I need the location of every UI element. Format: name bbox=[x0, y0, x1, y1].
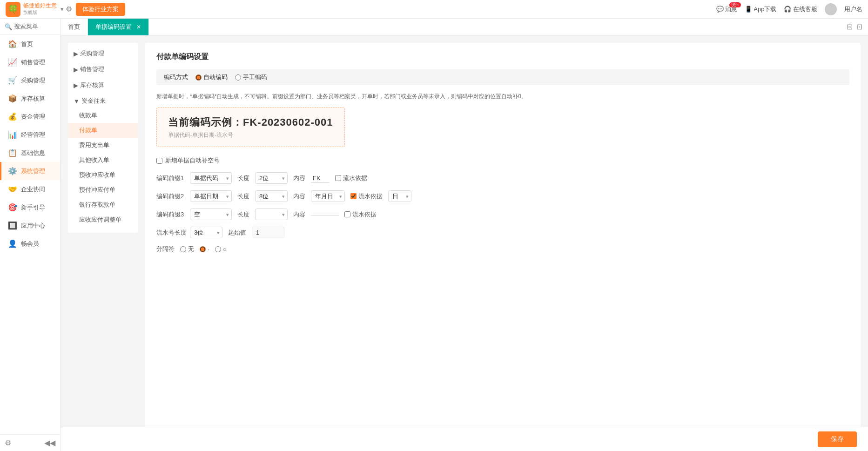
prefix3-content-label: 内容 bbox=[293, 210, 305, 219]
tab-code-setting[interactable]: 单据编码设置 ✕ bbox=[88, 19, 149, 35]
sep-dot-label[interactable]: · bbox=[200, 246, 209, 253]
prefix2-serial-unit-select[interactable]: 日 bbox=[388, 190, 411, 202]
sep-circle-label[interactable]: ○ bbox=[215, 246, 227, 253]
prefix1-serial-checkbox[interactable] bbox=[335, 175, 341, 181]
separator-label: 分隔符 bbox=[156, 245, 175, 253]
tabs-maximize-icon[interactable]: ⊡ bbox=[856, 22, 862, 31]
sub-menu-item-adjustment[interactable]: 应收应付调整单 bbox=[68, 212, 138, 227]
prefix1-select[interactable]: 单据代码 bbox=[190, 172, 232, 184]
serial-length-select[interactable]: 3位 bbox=[190, 227, 222, 238]
settings-icon[interactable]: ⚙ bbox=[66, 5, 72, 13]
prefix2-select[interactable]: 单据日期 bbox=[190, 190, 232, 202]
sidebar-item-purchase[interactable]: 🛒 采购管理 bbox=[0, 71, 60, 89]
logo: 🍀 畅捷通好生意 旗舰版 bbox=[6, 2, 57, 17]
prefix2-length-label: 长度 bbox=[237, 192, 249, 201]
prefix1-serial-label: 流水依据 bbox=[343, 174, 367, 182]
sidebar: 🔍 搜索菜单 🏠 首页 📈 销售管理 🛒 采购管理 📦 库存核算 💰 资金管理 … bbox=[0, 19, 61, 451]
sidebar-item-home[interactable]: 🏠 首页 bbox=[0, 35, 60, 53]
prefix1-length-select-wrap: 2位 bbox=[255, 172, 288, 184]
prefix2-serial-checkbox[interactable] bbox=[350, 193, 357, 199]
tab-close-icon[interactable]: ✕ bbox=[136, 24, 141, 30]
sidebar-item-finance[interactable]: 💰 资金管理 bbox=[0, 108, 60, 126]
manual-code-radio-label[interactable]: 手工编码 bbox=[235, 73, 267, 81]
prefix2-length-select[interactable]: 8位 bbox=[255, 190, 288, 202]
main-panel: 付款单编码设置 编码方式 自动编码 手工编码 新增单据时，*单据编码*自动生成，… bbox=[145, 43, 861, 444]
auto-fill-checkbox[interactable] bbox=[156, 158, 162, 164]
sub-menu-item-payment[interactable]: 付款单 bbox=[68, 123, 138, 138]
avatar[interactable] bbox=[825, 3, 837, 15]
sub-menu-item-pre-payment[interactable]: 预付冲应付单 bbox=[68, 182, 138, 197]
member-icon: 👤 bbox=[8, 239, 17, 248]
arrow-right-icon: ▶ bbox=[74, 66, 78, 73]
message-icon[interactable]: 💬 消息 99+ bbox=[716, 5, 738, 13]
start-value-label: 起始值 bbox=[228, 229, 246, 237]
finance-icon: 💰 bbox=[8, 112, 17, 121]
sidebar-item-basic[interactable]: 📋 基础信息 bbox=[0, 144, 60, 162]
auto-code-radio[interactable] bbox=[195, 74, 202, 81]
sub-menu-item-receipt[interactable]: 收款单 bbox=[68, 108, 138, 123]
sidebar-bottom: ⚙ ◀◀ bbox=[0, 434, 60, 451]
save-button[interactable]: 保存 bbox=[818, 431, 857, 447]
sub-menu-item-expense[interactable]: 费用支出单 bbox=[68, 138, 138, 153]
start-value-input[interactable] bbox=[252, 227, 284, 238]
search-menu-button[interactable]: 🔍 搜索菜单 bbox=[0, 19, 60, 35]
sub-menu-item-bank[interactable]: 银行存取款单 bbox=[68, 197, 138, 212]
sidebar-item-enterprise[interactable]: 🤝 企业协同 bbox=[0, 180, 60, 198]
sub-menu-title-purchase[interactable]: ▶ 采购管理 bbox=[68, 47, 138, 61]
sub-menu-item-other-income[interactable]: 其他收入单 bbox=[68, 153, 138, 168]
prefix2-content-select[interactable]: 年月日 bbox=[311, 190, 345, 202]
prefix1-serial-check: 流水依据 bbox=[335, 174, 367, 182]
sub-menu-title-sales[interactable]: ▶ 销售管理 bbox=[68, 62, 138, 76]
prefix1-content-value: FK bbox=[311, 174, 330, 183]
prefix1-length-select[interactable]: 2位 bbox=[255, 172, 288, 184]
prefix-row-1: 编码前缀1 单据代码 长度 2位 内容 FK 流水依据 bbox=[156, 172, 849, 184]
prefix2-select-wrap: 单据日期 bbox=[190, 190, 232, 202]
prefix3-select[interactable]: 空 bbox=[190, 209, 232, 220]
prefix2-content-label: 内容 bbox=[293, 192, 305, 201]
app-download-link[interactable]: 📱 App下载 bbox=[745, 5, 776, 13]
auto-code-radio-label[interactable]: 自动编码 bbox=[195, 73, 228, 81]
separator-row: 分隔符 无 · ○ bbox=[156, 245, 849, 253]
sub-menu-item-pre-receipt[interactable]: 预收冲应收单 bbox=[68, 168, 138, 182]
encoding-mode-label: 编码方式 bbox=[164, 73, 188, 81]
tab-home[interactable]: 首页 bbox=[61, 19, 88, 35]
sidebar-menu: 🏠 首页 📈 销售管理 🛒 采购管理 📦 库存核算 💰 资金管理 📊 经营管理 … bbox=[0, 35, 60, 434]
sep-dot-radio[interactable] bbox=[200, 246, 206, 252]
sidebar-item-member[interactable]: 👤 畅会员 bbox=[0, 235, 60, 253]
industry-button[interactable]: 体验行业方案 bbox=[76, 3, 125, 16]
tabs-minimize-icon[interactable]: ⊟ bbox=[847, 22, 853, 31]
prefix2-label: 编码前缀2 bbox=[156, 192, 184, 201]
prefix1-content-label: 内容 bbox=[293, 174, 305, 182]
prefix2-serial-check: 流水依据 bbox=[350, 192, 383, 201]
sub-menu-group-sales: ▶ 销售管理 bbox=[68, 62, 138, 76]
gear-icon[interactable]: ⚙ bbox=[5, 438, 11, 447]
top-bar: 🍀 畅捷通好生意 旗舰版 ▾ ⚙ 体验行业方案 💬 消息 99+ 📱 App下载… bbox=[0, 0, 868, 19]
sidebar-item-sales[interactable]: 📈 销售管理 bbox=[0, 53, 60, 71]
sep-none-label[interactable]: 无 bbox=[180, 245, 194, 253]
logo-icon: 🍀 bbox=[6, 2, 20, 17]
prefix3-serial-checkbox[interactable] bbox=[344, 211, 350, 217]
top-bar-nav: ▾ ⚙ bbox=[61, 5, 72, 13]
chevron-down-icon[interactable]: ▾ bbox=[61, 6, 64, 13]
prefix2-serial-unit-wrap: 日 bbox=[388, 190, 411, 202]
preview-box: 当前编码示例：FK-20230602-001 单据代码-单据日期-流水号 bbox=[156, 108, 345, 147]
sidebar-item-system[interactable]: ⚙️ 系统管理 bbox=[0, 162, 60, 180]
sub-menu-title-capital[interactable]: ▼ 资金往来 bbox=[68, 94, 138, 108]
sep-circle-radio[interactable] bbox=[215, 246, 221, 252]
sub-menu-title-inventory[interactable]: ▶ 库存核算 bbox=[68, 78, 138, 92]
sidebar-item-guide[interactable]: 🎯 新手引导 bbox=[0, 198, 60, 216]
prefix3-length-select[interactable] bbox=[255, 209, 288, 220]
encoding-mode-row: 编码方式 自动编码 手工编码 bbox=[156, 69, 849, 85]
sub-menu-group-inventory: ▶ 库存核算 bbox=[68, 78, 138, 92]
online-service-link[interactable]: 🎧 在线客服 bbox=[784, 5, 817, 13]
sidebar-item-inventory[interactable]: 📦 库存核算 bbox=[0, 89, 60, 108]
serial-length-select-wrap: 3位 bbox=[190, 227, 222, 238]
operation-icon: 📊 bbox=[8, 130, 17, 139]
sep-none-radio[interactable] bbox=[180, 246, 186, 252]
sidebar-item-operation[interactable]: 📊 经营管理 bbox=[0, 126, 60, 144]
guide-icon: 🎯 bbox=[8, 203, 17, 212]
collapse-icon[interactable]: ◀◀ bbox=[44, 438, 55, 447]
enterprise-icon: 🤝 bbox=[8, 185, 17, 194]
sidebar-item-apps[interactable]: 🔲 应用中心 bbox=[0, 216, 60, 235]
manual-code-radio[interactable] bbox=[235, 74, 241, 81]
